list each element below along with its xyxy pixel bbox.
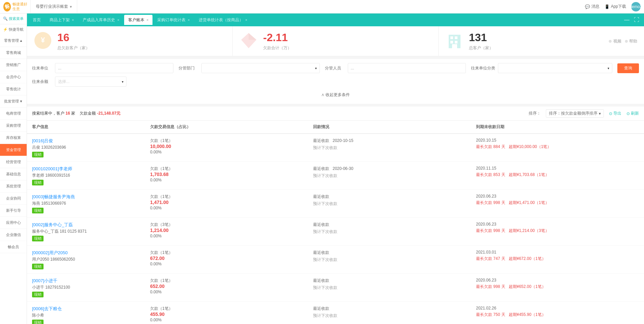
stat-total-count-label: 总客户（家）	[469, 45, 493, 51]
tab-minimize-btn[interactable]: —	[623, 16, 631, 24]
customer-cell-4: [0002]服务中心_丁磊 服务中心_丁磊 181 0125 8371 现销	[32, 222, 150, 241]
svg-rect-9	[452, 44, 457, 48]
customer-phone-1: 吕俊 13026203696	[32, 145, 150, 150]
customer-name-6[interactable]: [0007]小进千	[32, 278, 150, 284]
customer-phone-5: 用户2050 18665062050	[32, 257, 150, 262]
category-select[interactable]: ▾	[498, 63, 612, 73]
sidebar-item-base[interactable]: 基础信息	[0, 168, 27, 180]
customer-name-7[interactable]: [0006]去下粮仓	[32, 306, 150, 312]
dept-chevron-icon: ▾	[315, 66, 317, 70]
refresh-btn[interactable]: ⊙ 刷新	[626, 111, 639, 116]
customer-name-3[interactable]: [0003]畅捷服务尹海燕	[32, 194, 150, 200]
filter-person: 分管人员 ...	[325, 63, 466, 73]
customer-name-4[interactable]: [0002]服务中心_丁磊	[32, 222, 150, 228]
stat-total-customers: 131 总客户（家） ⊙ 视频 ⊙ 帮助	[439, 26, 644, 56]
sidebar-item-system[interactable]: 系统管理	[0, 180, 27, 193]
tab-inventory-history[interactable]: 产成品入库单历史 ×	[79, 15, 123, 25]
balance-select[interactable]: 选择... ▾	[55, 77, 127, 87]
customer-cell-3: [0003]畅捷服务尹海燕 海燕 18513066976 现销	[32, 194, 150, 213]
customer-phone-3: 海燕 18513066976	[32, 201, 150, 206]
video-help-btn[interactable]: ⊙ 视频	[609, 38, 621, 44]
svg-rect-5	[450, 36, 453, 39]
sidebar-item-wholesale[interactable]: 批发管理 ▼	[0, 95, 27, 108]
sidebar-item-member[interactable]: 会员中心	[0, 71, 27, 83]
tab-customer-ledger[interactable]: 客户账本 ×	[124, 15, 152, 25]
sort-chevron-icon: ▾	[599, 111, 601, 116]
debt-cell-4: 欠款（3笔） 1,214.00 0.00%	[150, 222, 313, 238]
sidebar-item-inventory[interactable]: 库存核算	[0, 132, 27, 144]
close-tab-products[interactable]: ×	[72, 18, 74, 22]
stat-total-count-value: 131	[469, 31, 493, 44]
tab-maximize-btn[interactable]: ⛶	[633, 16, 641, 24]
sidebar-item-retail-mgmt[interactable]: 零售管理 ▲	[0, 35, 27, 47]
stat-total-debt-label: 欠款合计（万）	[263, 45, 291, 51]
sidebar-item-purchase[interactable]: 采购管理	[0, 120, 27, 132]
sidebar-item-search[interactable]: 🔍 搜索菜单	[0, 13, 27, 24]
sidebar-item-retail-mall[interactable]: 零售商城	[0, 47, 27, 59]
app-selector[interactable]: 母婴行业演示账套 ▾	[30, 0, 77, 13]
due-cell-1: 2020.10.15 最长欠款 884 天 超期¥10,000.00（1笔）	[476, 138, 639, 150]
svg-rect-6	[455, 36, 457, 39]
stat-help-area: ⊙ 视频 ⊙ 帮助	[493, 38, 637, 44]
stat-building-icon	[445, 31, 464, 51]
customer-name-2[interactable]: [0001020001]李老师	[32, 166, 150, 172]
customer-name-1[interactable]: [0016]吕俊	[32, 138, 150, 144]
customer-tag-5: 现销	[32, 264, 44, 269]
sidebar-item-guide[interactable]: 新手引导	[0, 205, 27, 217]
stat-money-icon: ¥	[34, 31, 52, 51]
stat-debt-count-value: 16	[57, 31, 90, 44]
tab-bar: 首页 商品上下架 × 产成品入库单历史 × 客户账本 × 采购订单统计表 ×	[27, 13, 644, 26]
app-download-btn[interactable]: 📱 App下载	[605, 4, 626, 9]
top-right-actions: 💬 消息 📱 App下载 demo2	[585, 2, 641, 11]
sidebar-item-operations[interactable]: 经营管理	[0, 156, 27, 168]
recovery-cell-3: 最近收款 预计下次收款	[313, 194, 476, 207]
table-row: [0007]小进千 小进千 18279152100 现销 欠款（1笔） 652.…	[27, 274, 644, 302]
sidebar-item-ecommerce[interactable]: 电商管理	[0, 108, 27, 120]
sidebar-item-apps[interactable]: 应用中心	[0, 217, 27, 229]
col-due-date: 到期未收款日期	[476, 124, 639, 130]
svg-marker-3	[249, 33, 256, 40]
close-tab-goods[interactable]: ×	[245, 18, 247, 22]
customer-name-5[interactable]: [000002]用户2050	[32, 250, 150, 256]
sidebar-item-marketing[interactable]: 营销推广	[0, 59, 27, 71]
sidebar-item-collab[interactable]: 企业协同	[0, 193, 27, 205]
close-tab-ledger[interactable]: ×	[146, 18, 148, 22]
sidebar-item-retail-stats[interactable]: 零售统计	[0, 83, 27, 95]
sidebar-item-finance[interactable]: 资金管理	[0, 144, 27, 156]
table-area: 客户信息 欠款交易信息（占比） 回款情况 到期未收款日期 [0016]吕俊 吕俊…	[27, 121, 644, 324]
debt-cell-2: 欠款（1笔） 1,703.68 0.00%	[150, 166, 313, 182]
stat-debt-info: 16 总欠款客户（家）	[57, 31, 90, 51]
tab-products[interactable]: 商品上下架 ×	[46, 15, 78, 25]
results-debt-value: -21,148.07元	[97, 111, 120, 116]
sort-select[interactable]: 排序：按欠款金额倒序排序 ▾	[546, 109, 604, 118]
close-tab-inventory[interactable]: ×	[117, 18, 119, 22]
debt-cell-6: 欠款（1笔） 652.00 0.00%	[150, 278, 313, 294]
user-menu[interactable]: demo2	[631, 2, 641, 11]
dept-select[interactable]: ▾	[201, 63, 320, 73]
due-cell-5: 2021.03.01 最长欠款 747 天 超期¥672.00（1笔）	[476, 250, 639, 262]
close-tab-purchase[interactable]: ×	[188, 18, 190, 22]
chevron-up-icon: ∧	[321, 92, 325, 97]
collapse-filters-btn[interactable]: ∧ 收起更多条件	[32, 90, 639, 100]
export-btn[interactable]: ⊙ 导出	[609, 111, 621, 116]
search-button[interactable]: 查询	[617, 63, 639, 73]
customer-cell-1: [0016]吕俊 吕俊 13026203696 现销	[32, 138, 150, 157]
sidebar-item-member2[interactable]: 畅会员	[0, 241, 27, 253]
due-cell-6: 2020.06.23 最长欠款 998 天 超期¥652.00（1笔）	[476, 278, 639, 290]
customer-cell-2: [0001020001]李老师 李老师 18600391516 现销	[32, 166, 150, 185]
results-info: 搜索结果中，客户 16 家 欠款金额 -21,148.07元	[32, 111, 120, 116]
help-btn[interactable]: ⊙ 帮助	[625, 38, 637, 44]
filter-row-1: 往来单位 ... 分管部门 ▾	[32, 63, 639, 73]
person-input[interactable]: ...	[348, 63, 466, 73]
message-btn[interactable]: 💬 消息	[585, 4, 599, 9]
recovery-cell-5: 最近收款 预计下次收款	[313, 250, 476, 263]
tab-goods-stats[interactable]: 进货单统计表（按商品） ×	[195, 15, 251, 25]
due-cell-2: 2020.11.15 最长欠款 853 天 超期¥1,703.68（1笔）	[476, 166, 639, 178]
tab-purchase-stats[interactable]: 采购订单统计表 ×	[153, 15, 194, 25]
company-input[interactable]: ...	[55, 63, 173, 73]
tab-home[interactable]: 首页	[29, 15, 45, 25]
sidebar-item-quick-nav[interactable]: ⚡ 快捷导航	[0, 24, 27, 35]
balance-chevron-icon: ▾	[122, 80, 123, 84]
debt-cell-7: 欠款（1笔） 455.90 0.00%	[150, 306, 313, 322]
sidebar-item-wechat[interactable]: 企业微信	[0, 229, 27, 241]
